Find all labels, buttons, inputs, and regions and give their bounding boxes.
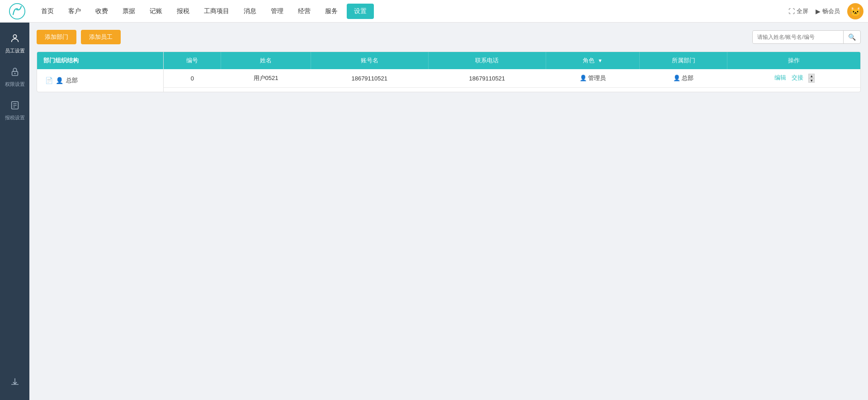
cell-role: 👤 管理员 (546, 69, 640, 88)
file-icon: 📄 (45, 77, 53, 84)
dept-item-name: 总部 (66, 76, 78, 85)
table-header: 编号 姓名 账号名 联系电话 角色 ▼ 所属部门 操作 (164, 52, 860, 69)
nav-item-business[interactable]: 工商项目 (197, 0, 236, 23)
nav-item-accounting[interactable]: 记账 (142, 0, 170, 23)
sidebar: 员工设置 权限设置 报税设置 (0, 23, 29, 400)
nav-item-settings[interactable]: 设置 (347, 4, 374, 19)
main-content: 添加部门 添加员工 🔍 部门组织结构 📄 👤 总部 (29, 23, 868, 400)
download-icon (10, 377, 20, 389)
nav-item-operation[interactable]: 经营 (291, 0, 318, 23)
avatar[interactable]: 🐱 (847, 3, 863, 19)
nav-item-message[interactable]: 消息 (236, 0, 264, 23)
dept-tree-body: 📄 👤 总部 (37, 69, 163, 92)
transfer-button[interactable]: 交接 (790, 74, 805, 82)
col-action: 操作 (727, 52, 860, 69)
play-icon: ▶ (816, 8, 821, 15)
add-employee-button[interactable]: 添加员工 (81, 30, 121, 44)
dept-user-icon-small: 👤 (673, 75, 680, 81)
main-panel: 部门组织结构 📄 👤 总部 编号 姓名 账号名 (37, 52, 861, 92)
fullscreen-button[interactable]: ⛶ 全屏 (788, 7, 808, 15)
table-row: 0 用户0521 18679110521 18679110521 👤 管理员 👤… (164, 69, 860, 88)
svg-point-0 (9, 3, 24, 19)
lock-icon (10, 67, 20, 79)
sidebar-item-download[interactable] (10, 371, 20, 395)
cell-phone: 18679110521 (428, 69, 546, 88)
sidebar-item-taxsettings[interactable]: 报税设置 (0, 94, 29, 127)
employee-table: 编号 姓名 账号名 联系电话 角色 ▼ 所属部门 操作 (164, 52, 860, 92)
edit-button[interactable]: 编辑 (773, 74, 788, 82)
fullscreen-label: 全屏 (797, 7, 808, 15)
dept-tree-header: 部门组织结构 (37, 52, 163, 69)
nav-item-home[interactable]: 首页 (34, 0, 61, 23)
sidebar-item-permission[interactable]: 权限设置 (0, 61, 29, 94)
search-input[interactable] (753, 31, 843, 43)
cell-id: 0 (164, 69, 221, 88)
scroll-down-btn[interactable]: ▼ (808, 78, 815, 83)
nav-item-manage[interactable]: 管理 (264, 0, 291, 23)
col-dept: 所属部门 (640, 52, 727, 69)
col-name: 姓名 (221, 52, 311, 69)
col-phone: 联系电话 (428, 52, 546, 69)
filter-icon: ▼ (598, 58, 603, 63)
member-button[interactable]: ▶ 畅会员 (816, 7, 840, 15)
cell-name: 用户0521 (221, 69, 311, 88)
svg-point-4 (14, 73, 15, 74)
sidebar-item-employee[interactable]: 员工设置 (0, 27, 29, 61)
svg-point-2 (13, 35, 16, 38)
role-user-icon: 👤 (580, 75, 587, 81)
member-label: 畅会员 (822, 7, 840, 15)
sidebar-item-permission-label: 权限设置 (5, 81, 25, 88)
cell-account: 18679110521 (311, 69, 428, 88)
nav-item-tax[interactable]: 报税 (170, 0, 197, 23)
col-id: 编号 (164, 52, 221, 69)
fullscreen-icon: ⛶ (788, 8, 795, 15)
col-account: 账号名 (311, 52, 428, 69)
nav-right: ⛶ 全屏 ▶ 畅会员 🐱 (788, 3, 863, 19)
dept-tree: 部门组织结构 📄 👤 总部 (37, 52, 164, 92)
sidebar-item-taxsettings-label: 报税设置 (5, 114, 25, 121)
person-icon (10, 33, 20, 46)
cell-actions: 编辑 交接 ▲ ▼ (727, 69, 860, 88)
nav-item-fee[interactable]: 收费 (88, 0, 115, 23)
dept-item-root[interactable]: 📄 👤 总部 (42, 74, 159, 87)
scroll-controls: ▲ ▼ (808, 74, 815, 83)
nav-items: 首页 客户 收费 票据 记账 报税 工商项目 消息 管理 经营 服务 设置 (34, 0, 788, 23)
nav-item-invoice[interactable]: 票据 (115, 0, 142, 23)
logo (5, 3, 34, 19)
table: 编号 姓名 账号名 联系电话 角色 ▼ 所属部门 操作 (164, 52, 860, 88)
svg-point-1 (16, 8, 18, 10)
nav-item-service[interactable]: 服务 (318, 0, 345, 23)
search-box: 🔍 (752, 30, 861, 44)
nav-item-customer[interactable]: 客户 (61, 0, 88, 23)
search-button[interactable]: 🔍 (843, 31, 860, 43)
toolbar: 添加部门 添加员工 🔍 (37, 30, 861, 44)
top-navigation: 首页 客户 收费 票据 记账 报税 工商项目 消息 管理 经营 服务 设置 ⛶ … (0, 0, 868, 23)
report-icon (10, 100, 20, 113)
dept-user-icon: 👤 (56, 77, 63, 84)
main-layout: 员工设置 权限设置 报税设置 (0, 23, 868, 400)
sidebar-item-employee-label: 员工设置 (5, 47, 25, 54)
col-role[interactable]: 角色 ▼ (546, 52, 640, 69)
table-body: 0 用户0521 18679110521 18679110521 👤 管理员 👤… (164, 69, 860, 88)
scroll-up-btn[interactable]: ▲ (808, 74, 815, 78)
add-dept-button[interactable]: 添加部门 (37, 30, 76, 44)
cell-dept: 👤 总部 (640, 69, 727, 88)
